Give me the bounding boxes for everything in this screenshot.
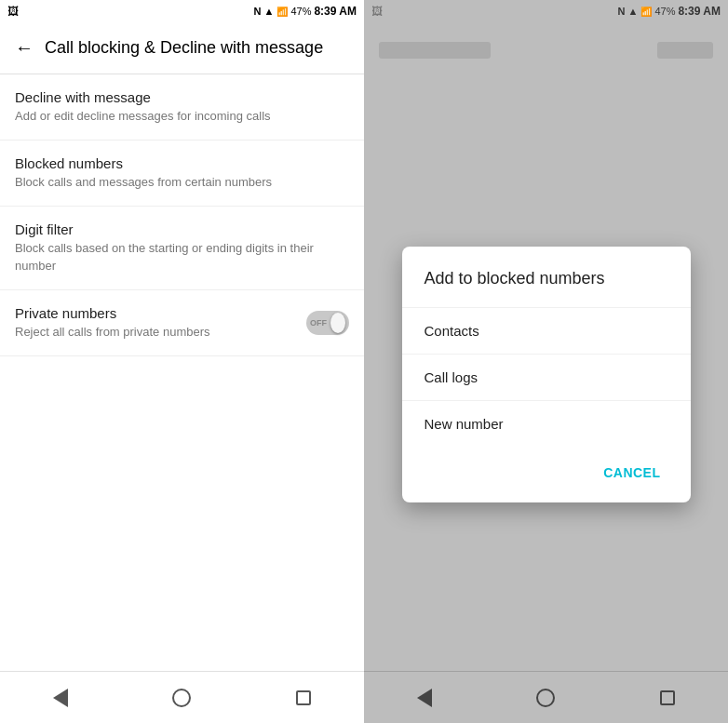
back-button[interactable]: ← [15,37,34,59]
settings-item-decline-subtitle: Add or edit decline messages for incomin… [15,108,349,125]
dialog-actions: CANCEL [402,450,691,495]
settings-item-blocked-text: Blocked numbers Block calls and messages… [15,155,349,191]
dialog-item-contacts[interactable]: Contacts [402,307,691,354]
cancel-button[interactable]: CANCEL [588,458,675,488]
signal-icon-right: 📶 [640,7,652,17]
nav-back-icon [53,689,68,707]
toggle-knob [330,313,345,333]
wifi-icon-right: ▲ [628,6,639,17]
dialog-item-contacts-label: Contacts [425,323,479,339]
nav-recent-button-right[interactable] [649,679,686,716]
right-panel-content: Add to blocked numbers Contacts Call log… [364,78,728,723]
dialog-title: Add to blocked numbers [402,269,691,307]
battery-percent-right: 47% [654,6,675,17]
wifi-icon: ▲ [264,6,275,17]
nav-home-icon-right [536,689,555,707]
page-title: Call blocking & Decline with message [45,38,323,58]
settings-item-digit-text: Digit filter Block calls based on the st… [15,221,349,274]
dialog-item-new-number-label: New number [425,416,504,432]
settings-item-digit-subtitle: Block calls based on the starting or end… [15,240,349,274]
status-bar-left: 🖼 N ▲ 📶 47% 8:39 AM [0,0,364,22]
settings-item-blocked-subtitle: Block calls and messages from certain nu… [15,174,349,191]
dialog-item-new-number[interactable]: New number [402,400,691,447]
status-time: 8:39 AM [314,5,357,18]
image-icon-right: 🖼 [371,5,383,18]
status-bar-right-right-icons: N ▲ 📶 47% 8:39 AM [618,5,721,18]
settings-list: Decline with message Add or edit decline… [0,74,364,671]
nav-back-button-right[interactable] [406,679,443,716]
n-icon: N [254,6,262,17]
n-icon-right: N [618,6,626,17]
toggle-container: OFF [306,311,349,335]
settings-item-private-text: Private numbers Reject all calls from pr… [15,305,306,341]
settings-item-private-title: Private numbers [15,305,306,321]
nav-back-icon-right [417,689,432,707]
nav-recent-icon-right [660,690,675,705]
right-panel: 🖼 N ▲ 📶 47% 8:39 AM Add to blocked numbe… [364,0,728,723]
toggle-label: OFF [310,318,327,328]
left-panel: 🖼 N ▲ 📶 47% 8:39 AM ← Call blocking & De… [0,0,364,723]
private-numbers-toggle[interactable]: OFF [306,311,349,335]
nav-recent-icon [296,690,311,705]
nav-home-icon [172,689,191,707]
settings-item-decline-text: Decline with message Add or edit decline… [15,89,349,125]
settings-item-decline[interactable]: Decline with message Add or edit decline… [0,74,364,141]
settings-item-digit[interactable]: Digit filter Block calls based on the st… [0,207,364,289]
settings-item-decline-title: Decline with message [15,89,349,105]
settings-item-private[interactable]: Private numbers Reject all calls from pr… [0,290,364,356]
dialog-overlay: Add to blocked numbers Contacts Call log… [364,78,728,671]
blurred-bar-1 [379,42,491,59]
settings-item-blocked-title: Blocked numbers [15,155,349,171]
top-bar: ← Call blocking & Decline with message [0,22,364,74]
dialog-item-call-logs[interactable]: Call logs [402,354,691,400]
nav-recent-button[interactable] [285,679,322,716]
blurred-bar-2 [657,42,713,59]
nav-bar-right [364,671,728,723]
settings-item-private-subtitle: Reject all calls from private numbers [15,324,306,341]
status-bar-right-left-icons: 🖼 [371,5,383,18]
nav-bar-left [0,671,364,723]
signal-icon: 📶 [276,7,288,17]
status-bar-right: 🖼 N ▲ 📶 47% 8:39 AM [364,0,728,22]
status-time-right: 8:39 AM [678,5,721,18]
settings-item-blocked[interactable]: Blocked numbers Block calls and messages… [0,141,364,207]
nav-home-button-right[interactable] [527,679,564,716]
battery-percent: 47% [290,6,311,17]
dialog: Add to blocked numbers Contacts Call log… [402,247,691,502]
dialog-item-call-logs-label: Call logs [425,369,479,385]
nav-home-button[interactable] [163,679,200,716]
status-bar-left-icons: 🖼 [7,5,19,18]
nav-back-button[interactable] [42,679,79,716]
right-blurred-area [364,22,728,78]
image-icon: 🖼 [7,5,19,18]
settings-item-digit-title: Digit filter [15,221,349,237]
status-bar-right-icons: N ▲ 📶 47% 8:39 AM [254,5,357,18]
